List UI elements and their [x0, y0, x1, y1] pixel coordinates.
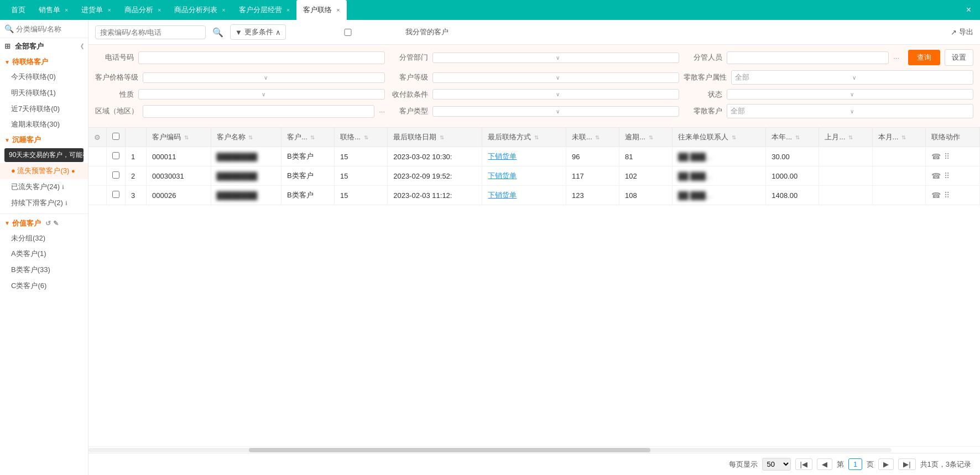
churn-tooltip: 90天未交易的客户，可能有流失风险。	[4, 148, 84, 162]
filter-payment-select[interactable]: ∨	[432, 89, 679, 100]
sidebar-search-input[interactable]	[16, 25, 88, 33]
query-button[interactable]: 查询	[908, 50, 940, 65]
sidebar-item-tomorrow[interactable]: 明天待联络(1)	[0, 85, 88, 101]
last-method-link-1[interactable]: 下销货单	[488, 171, 517, 180]
action-contact-icon-2[interactable]: ☎	[931, 191, 941, 200]
search-input[interactable]	[95, 25, 206, 39]
tab-sales[interactable]: 销售单 ×	[32, 0, 75, 20]
action-contact-icon-0[interactable]: ☎	[931, 152, 941, 161]
filter-phone-input[interactable]	[138, 51, 385, 64]
tab-product-list[interactable]: 商品分析列表 ×	[168, 0, 232, 20]
more-conditions-button[interactable]: ▼ 更多条件 ∧	[230, 24, 286, 40]
table-header-checkbox[interactable]	[107, 128, 126, 147]
per-page-select[interactable]: 50 100 200	[762, 458, 791, 471]
page-first-button[interactable]: |◀	[795, 458, 812, 470]
sidebar-group-value[interactable]: ▼ 价值客户 ↺ ✎	[0, 216, 88, 231]
sidebar-item-overdue-contact[interactable]: 逾期未联络(30)	[0, 117, 88, 133]
select-all-checkbox[interactable]	[112, 133, 119, 140]
sidebar-group-churn[interactable]: ▼ 沉睡客户	[0, 133, 88, 147]
row-last-method-2[interactable]: 下销货单	[482, 186, 566, 205]
row-checkbox-0[interactable]	[107, 147, 126, 166]
tab-customer-tier[interactable]: 客户分层经营 ×	[232, 0, 296, 20]
row-checkbox-1[interactable]	[107, 166, 126, 186]
row-name-1: ████████	[211, 166, 281, 186]
table-header-last-method[interactable]: 最后联络方式 ⇅	[482, 128, 566, 147]
table-header-overdue[interactable]: 逾期... ⇅	[619, 128, 673, 147]
tab-product-analysis-close[interactable]: ×	[158, 0, 161, 20]
table-header-this-year[interactable]: 本年... ⇅	[766, 128, 819, 147]
lastmonth-sort-icon: ⇅	[848, 134, 853, 140]
filter-nature-select[interactable]: ∨	[138, 89, 385, 100]
row-checkbox-2[interactable]	[107, 186, 126, 205]
sidebar-item-unsorted[interactable]: 未分组(32)	[0, 231, 88, 247]
filter-manager-input[interactable]	[727, 51, 889, 64]
table-header-last-date[interactable]: 最后联络日期 ⇅	[388, 128, 482, 147]
action-more-icon-0[interactable]: ⠿	[944, 152, 950, 161]
manager-more-button[interactable]: ···	[893, 54, 899, 62]
filter-status-select[interactable]: ∨	[727, 89, 973, 100]
filter-dept-select[interactable]: ∨	[432, 53, 679, 63]
table-header-code[interactable]: 客户编码 ⇅	[146, 128, 211, 147]
tab-purchase[interactable]: 进货单 ×	[75, 0, 117, 20]
action-icons-0: ☎ ⠿	[931, 152, 974, 161]
scroll-thumb[interactable]	[249, 448, 650, 452]
sidebar-item-c-class[interactable]: C类客户(6)	[0, 278, 88, 294]
tab-customer-contact-close[interactable]: ×	[336, 0, 340, 20]
close-all-button[interactable]: ×	[962, 5, 976, 15]
scroll-track[interactable]	[88, 448, 892, 452]
page-last-button[interactable]: ▶|	[898, 458, 915, 470]
page-next-button[interactable]: ▶	[878, 458, 894, 470]
tab-product-list-close[interactable]: ×	[222, 0, 225, 20]
row-last-method-1[interactable]: 下销货单	[482, 166, 566, 186]
filter-price-tier-select[interactable]: ∨	[143, 72, 385, 83]
tab-sales-close[interactable]: ×	[65, 0, 68, 20]
sidebar-item-today[interactable]: 今天待联络(0)	[0, 69, 88, 85]
collapse-icon[interactable]: 《	[77, 43, 84, 51]
export-icon: ↗	[951, 28, 957, 36]
table-header-settings[interactable]: ⚙	[88, 128, 107, 147]
value-refresh-icon[interactable]: ↺	[45, 220, 51, 227]
sidebar-item-churn-done[interactable]: 已流失客户(24) ℹ	[0, 179, 88, 195]
table-header-type[interactable]: 客户... ⇅	[281, 128, 334, 147]
tab-product-analysis[interactable]: 商品分析 ×	[118, 0, 168, 20]
sidebar-item-a-class[interactable]: A类客户(1)	[0, 246, 88, 262]
settings-button[interactable]: 设置	[945, 49, 973, 66]
table-header-contact[interactable]: 联络... ⇅	[335, 128, 388, 147]
tab-purchase-close[interactable]: ×	[107, 0, 111, 20]
filter-retail-attr-select[interactable]: 全部 ∨	[731, 70, 973, 85]
sidebar-item-churn-risk[interactable]: ● 流失预警客户(3) ●	[0, 163, 88, 179]
region-more-button[interactable]: ···	[379, 107, 385, 116]
my-customers-checkbox[interactable]	[293, 29, 403, 36]
sidebar-group-pending[interactable]: ▼ 待联络客户	[0, 55, 88, 69]
tab-customer-tier-close[interactable]: ×	[286, 0, 290, 20]
tab-home[interactable]: 首页	[4, 0, 32, 20]
filter-retail-customer-select[interactable]: 全部 ∨	[727, 104, 973, 118]
value-edit-icon[interactable]: ✎	[53, 220, 59, 227]
action-more-icon-2[interactable]: ⠿	[944, 191, 950, 200]
table-header-this-month[interactable]: 本月... ⇅	[872, 128, 925, 147]
search-button[interactable]: 🔍	[212, 27, 223, 38]
sidebar-item-churn-down[interactable]: 持续下滑客户(2) ℹ	[0, 195, 88, 211]
my-customers-checkbox-label[interactable]: 我分管的客户	[293, 27, 449, 37]
sidebar-item-week[interactable]: 近7天待联络(0)	[0, 101, 88, 117]
sidebar-all-customers[interactable]: ⊞ 全部客户 《	[0, 38, 88, 55]
table-scrollbar[interactable]	[88, 446, 980, 453]
last-method-link-2[interactable]: 下销货单	[488, 191, 517, 199]
export-button[interactable]: ↗ 导出	[951, 27, 973, 37]
table-header-uncontacted[interactable]: 未联... ⇅	[566, 128, 619, 147]
sidebar-item-b-class[interactable]: B类客户(33)	[0, 262, 88, 278]
table-header-name[interactable]: 客户名称 ⇅	[211, 128, 281, 147]
action-more-icon-1[interactable]: ⠿	[944, 171, 950, 180]
action-contact-icon-1[interactable]: ☎	[931, 171, 941, 180]
last-method-link-0[interactable]: 下销货单	[488, 152, 517, 160]
table-header-last-month[interactable]: 上月... ⇅	[819, 128, 872, 147]
table-header-unit-contact[interactable]: 往来单位联系人 ⇅	[673, 128, 766, 147]
filter-status: 状态 ∨	[684, 89, 973, 100]
filter-customer-tier-select[interactable]: ∨	[432, 72, 679, 83]
row-last-method-0[interactable]: 下销货单	[482, 147, 566, 166]
filter-region-input[interactable]	[143, 105, 374, 118]
filter-customer-type-select[interactable]: ∨	[432, 106, 679, 117]
table-row: 2 00030031 ████████ B类客户 15 2023-02-09 1…	[88, 166, 980, 186]
page-prev-button[interactable]: ◀	[817, 458, 832, 470]
tab-customer-contact[interactable]: 客户联络 ×	[296, 0, 346, 20]
